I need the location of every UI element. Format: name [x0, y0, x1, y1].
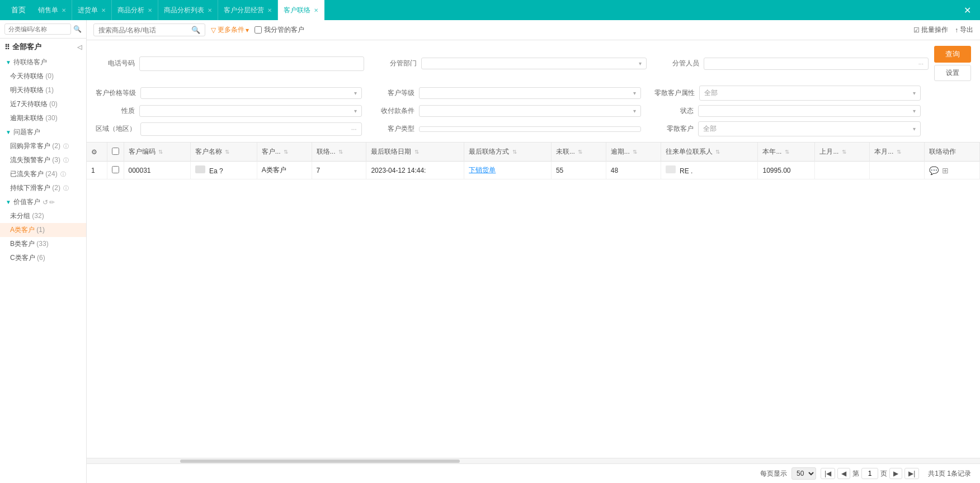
sidebar-item-class-b[interactable]: B类客户 (33) — [0, 237, 86, 251]
total-records-label: 共1页 1条记录 — [928, 469, 971, 479]
close-icon[interactable]: ✕ — [148, 7, 152, 13]
row-contact-count: 7 — [312, 162, 366, 179]
nav-tab-customer-contact[interactable]: 客户联络 ✕ — [278, 0, 324, 20]
search-icon[interactable]: 🔍 — [73, 25, 82, 33]
customer-level-label: 客户等级 — [375, 88, 414, 98]
col-header-this-month: 本月... ⇅ — [870, 143, 925, 162]
home-tab[interactable]: 首页 — [4, 5, 32, 15]
row-related-contact: RE . — [661, 162, 758, 179]
sidebar-group-pending-contact[interactable]: ▼ 待联络客户 — [0, 55, 86, 69]
refresh-icon[interactable]: ↺ — [43, 198, 48, 206]
sidebar-item-churned[interactable]: 已流失客户 (24) ⓘ — [0, 167, 86, 181]
nav-tab-product-analysis[interactable]: 商品分析 ✕ — [112, 0, 158, 20]
phone-input[interactable] — [139, 56, 364, 71]
area-select[interactable]: ··· — [140, 122, 362, 136]
col-header-overdue: 逾期... ⇅ — [606, 143, 661, 162]
sidebar-item-overdue-contact[interactable]: 逾期未联络 (30) — [0, 111, 86, 125]
close-icon[interactable]: ✕ — [267, 7, 272, 13]
sidebar-item-today-pending[interactable]: 今天待联络 (0) — [0, 69, 86, 83]
sidebar-item-tomorrow-pending[interactable]: 明天待联络 (1) — [0, 83, 86, 97]
row-this-year: 10995.00 — [758, 162, 815, 179]
row-checkbox[interactable] — [107, 162, 124, 179]
nav-tab-product-list[interactable]: 商品分析列表 ✕ — [158, 0, 218, 20]
last-contact-link[interactable]: 下销货单 — [469, 166, 496, 174]
customer-level-select[interactable]: ▾ — [419, 87, 642, 99]
group-label: 问题客户 — [13, 127, 40, 137]
my-customers-label: 我分管的客户 — [264, 25, 304, 35]
customer-type-select[interactable] — [419, 126, 642, 132]
status-select[interactable]: ▾ — [698, 105, 921, 117]
nature-select[interactable]: ▾ — [139, 105, 362, 117]
payment-select[interactable]: ▾ — [419, 105, 642, 117]
page-number-input[interactable] — [861, 468, 878, 479]
sort-icon: ⇅ — [284, 149, 288, 155]
nav-tab-sales[interactable]: 销售单 ✕ — [32, 0, 72, 20]
last-page-button[interactable]: ▶| — [904, 468, 919, 479]
collapse-icon[interactable]: ◁ — [77, 44, 82, 51]
close-icon[interactable]: ✕ — [101, 7, 106, 13]
close-icon[interactable]: ✕ — [62, 7, 66, 13]
person-select[interactable]: ··· — [704, 58, 929, 70]
expand-arrow-icon: ▼ — [6, 199, 11, 205]
batch-operation-button[interactable]: ☑ 批量操作 — [913, 25, 948, 35]
first-page-button[interactable]: |◀ — [821, 468, 835, 479]
sidebar-item-declining[interactable]: 持续下滑客户 (2) ⓘ — [0, 181, 86, 195]
chat-icon[interactable]: 💬 — [929, 166, 939, 175]
sidebar-search-input[interactable] — [4, 23, 71, 35]
sort-icon: ⇅ — [158, 149, 163, 155]
my-customers-checkbox[interactable]: 我分管的客户 — [255, 25, 304, 35]
close-icon[interactable]: ✕ — [314, 7, 318, 13]
dept-label: 分管部门 — [378, 59, 417, 68]
ellipsis-icon[interactable]: ··· — [918, 60, 924, 67]
sidebar-all-customers[interactable]: ⠿ 全部客户 ◁ — [0, 39, 86, 55]
next-page-button[interactable]: ▶ — [889, 468, 902, 479]
export-button[interactable]: ↑ 导出 — [955, 25, 973, 35]
search-icon[interactable]: 🔍 — [191, 26, 200, 34]
sidebar-item-repurchase-anomaly[interactable]: 回购异常客户 (2) ⓘ — [0, 139, 86, 153]
sidebar-item-unclassified[interactable]: 未分组 (32) — [0, 209, 86, 223]
prev-page-button[interactable]: ◀ — [837, 468, 850, 479]
filter-search-input[interactable] — [98, 26, 191, 34]
nav-tab-customer-tier[interactable]: 客户分层经营 ✕ — [218, 0, 278, 20]
action-buttons: 查询 设置 — [934, 46, 971, 81]
close-icon[interactable]: ✕ — [208, 7, 212, 13]
gear-column-header[interactable]: ⚙ — [87, 143, 107, 162]
nav-tab-purchase[interactable]: 进货单 ✕ — [72, 0, 112, 20]
edit-icon[interactable]: ✏ — [49, 198, 55, 206]
more-conditions-button[interactable]: ▽ 更多条件 ▾ — [211, 25, 249, 35]
price-level-select[interactable]: ▾ — [140, 87, 362, 99]
group-label: 价值客户 — [13, 197, 40, 207]
setting-button[interactable]: 设置 — [934, 65, 971, 81]
sidebar-item-churn-warning[interactable]: 流失预警客户 (3) ⓘ — [0, 153, 86, 167]
retail-attr-select[interactable]: 全部 ▾ — [699, 86, 921, 101]
sort-icon: ⇅ — [512, 149, 517, 155]
row-overdue: 48 — [606, 162, 661, 179]
checkbox-column-header — [107, 143, 124, 162]
sidebar-item-class-a[interactable]: A类客户 (1) — [0, 223, 86, 237]
row-select-checkbox[interactable] — [112, 166, 119, 173]
sidebar-item-class-c[interactable]: C类客户 (6) — [0, 251, 86, 265]
row-actions: 💬 ⊞ — [925, 162, 980, 179]
per-page-select[interactable]: 50 — [791, 467, 816, 480]
query-button[interactable]: 查询 — [934, 46, 971, 63]
sidebar-item-7day-pending[interactable]: 近7天待联络 (0) — [0, 97, 86, 111]
my-customers-check[interactable] — [255, 26, 262, 34]
sidebar-group-value-customers[interactable]: ▼ 价值客户 ↺ ✏ — [0, 195, 86, 209]
row-last-month — [815, 162, 870, 179]
ellipsis-icon: ··· — [351, 125, 357, 133]
retail-customer-select[interactable]: 全部 ▾ — [698, 121, 921, 136]
filter-bar: 🔍 ▽ 更多条件 ▾ 我分管的客户 ☑ 批量操作 ↑ 导出 — [87, 20, 980, 40]
horizontal-scrollbar[interactable] — [87, 458, 980, 463]
qr-icon[interactable]: ⊞ — [942, 166, 949, 175]
gear-icon[interactable]: ⚙ — [91, 148, 97, 156]
scrollbar-thumb[interactable] — [180, 460, 460, 463]
retail-attr-value: 全部 — [704, 88, 718, 98]
sort-icon: ⇅ — [414, 149, 419, 155]
dept-select[interactable]: ▾ — [421, 58, 646, 69]
sidebar-group-problem-customers[interactable]: ▼ 问题客户 — [0, 125, 86, 139]
nav-tab-label: 商品分析列表 — [164, 6, 204, 15]
select-all-checkbox[interactable] — [112, 148, 119, 155]
col-header-no-contact: 未联... ⇅ — [551, 143, 606, 162]
window-close-button[interactable]: ✕ — [959, 5, 976, 16]
sort-icon: ⇅ — [842, 149, 846, 155]
